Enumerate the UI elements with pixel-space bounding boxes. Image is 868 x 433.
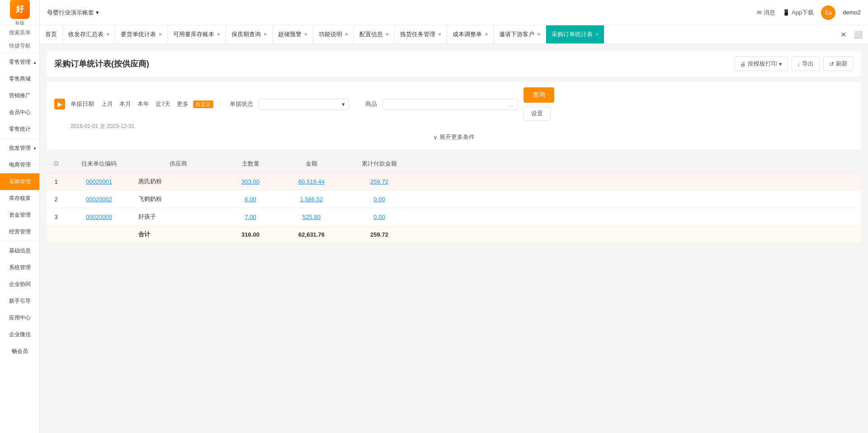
- status-select-arrow: ▾: [342, 101, 345, 108]
- refresh-btn[interactable]: ↺ 刷新: [823, 57, 854, 71]
- sidebar-item-app-center[interactable]: 应用中心: [0, 309, 39, 326]
- print-dropdown-icon[interactable]: ▾: [779, 61, 782, 67]
- shortcut-this-year[interactable]: 本年: [136, 99, 151, 109]
- sidebar-item-basic-info[interactable]: 基础信息: [0, 243, 39, 259]
- row-3-code[interactable]: 00020005: [65, 208, 133, 226]
- restore-window-btn[interactable]: ⬜: [852, 29, 864, 41]
- sidebar-item-operation[interactable]: 经营管理: [0, 224, 39, 240]
- tab-purchase-order-summary-label: 采购订单统计表: [552, 30, 593, 38]
- tab-invite-downstream-label: 邀请下游客户: [499, 30, 534, 38]
- user-avatar[interactable]: Ea: [821, 5, 835, 20]
- divider-2: [0, 138, 39, 139]
- tab-close-available-stock[interactable]: ×: [217, 31, 220, 38]
- close-all-tabs-btn[interactable]: ✕: [839, 29, 848, 41]
- tab-warranty-query[interactable]: 保质期查询 ×: [226, 25, 273, 43]
- refresh-icon: ↺: [829, 61, 834, 67]
- table-header-row: ⚙ 往来单位编码 供应商 主数量 金额: [47, 155, 861, 173]
- tab-config-info[interactable]: 配置信息 ×: [354, 25, 395, 43]
- workspace-selector[interactable]: 母婴行业演示账套 ▾: [47, 9, 99, 17]
- tab-overstock-alert[interactable]: 超储预警 ×: [273, 25, 313, 43]
- row-3-num: 3: [47, 208, 65, 226]
- row-1-amount[interactable]: 60,519.44: [278, 173, 345, 190]
- sidebar-item-wholesale[interactable]: 批发管理: [0, 140, 39, 157]
- sidebar-item-enterprise-wechat[interactable]: 企业微信: [0, 326, 39, 343]
- tab-close-picking-task[interactable]: ×: [438, 31, 441, 38]
- row-3-amount[interactable]: 525.80: [278, 208, 345, 226]
- row-1-paid[interactable]: 259.72: [345, 173, 413, 190]
- sidebar-item-new-guide[interactable]: 新手引导: [0, 293, 39, 309]
- tab-close-cost-adjust[interactable]: ×: [485, 31, 488, 38]
- tab-cost-adjust[interactable]: 成本调整单 ×: [447, 25, 494, 43]
- tab-home[interactable]: 首页: [40, 25, 63, 43]
- tab-close-order-summary[interactable]: ×: [159, 31, 162, 38]
- sidebar-item-system[interactable]: 系统管理: [0, 259, 39, 276]
- app-icon: 📱: [783, 9, 790, 16]
- page-title: 采购订单统计表(按供应商): [54, 58, 149, 69]
- tab-order-summary[interactable]: 要货单统计表 ×: [115, 25, 168, 43]
- tab-warranty-query-label: 保质期查询: [231, 30, 261, 38]
- tab-invite-downstream[interactable]: 邀请下游客户 ×: [494, 25, 546, 43]
- app-download-btn[interactable]: 📱 App下载: [783, 9, 814, 17]
- row-2-qty[interactable]: 6.00: [223, 190, 278, 208]
- workspace-dropdown-icon[interactable]: ▾: [96, 9, 99, 16]
- shortcut-last-month[interactable]: 上月: [99, 99, 115, 109]
- row-2-extra: [413, 190, 861, 208]
- sidebar-item-retail-mall[interactable]: 零售商城: [0, 71, 39, 87]
- goods-more-icon[interactable]: …: [508, 101, 514, 108]
- tab-close-invite-downstream[interactable]: ×: [537, 31, 540, 38]
- tab-close-function-desc[interactable]: ×: [345, 31, 348, 38]
- row-2-paid[interactable]: 0.00: [345, 190, 413, 208]
- workspace-label: 母婴行业演示账套: [47, 9, 94, 17]
- column-settings-icon[interactable]: ⚙: [53, 160, 59, 167]
- expand-more-btn[interactable]: ∨ 展开更多条件: [54, 130, 854, 144]
- goods-input[interactable]: …: [382, 99, 518, 110]
- table-row: 2 00020002 飞鹤奶粉 6.00 1,586.52 0.00: [47, 190, 861, 208]
- row-2-amount[interactable]: 1,586.52: [278, 190, 345, 208]
- tab-close-purchase-order-summary[interactable]: ×: [595, 31, 599, 38]
- sidebar-item-member[interactable]: 会员中心: [0, 104, 39, 121]
- sidebar-item-retail[interactable]: 零售管理: [0, 54, 39, 71]
- shortcut-this-month[interactable]: 本月: [118, 99, 133, 109]
- export-btn[interactable]: ↓ 导出: [792, 57, 820, 71]
- sidebar-item-quick-nav[interactable]: 快捷导航: [0, 40, 39, 52]
- username-label[interactable]: demo2: [843, 9, 861, 16]
- sidebar-item-marketing[interactable]: 营销推广: [0, 87, 39, 104]
- shortcut-7days[interactable]: 近7天: [154, 99, 172, 109]
- tab-picking-task-label: 拣货任务管理: [400, 30, 435, 38]
- sidebar-item-purchase[interactable]: 采购管理: [0, 173, 39, 190]
- row-1-code[interactable]: 00020001: [65, 173, 133, 190]
- shortcut-more[interactable]: 更多: [175, 99, 190, 109]
- message-btn[interactable]: ✉ 消息: [757, 9, 775, 17]
- main-area: 母婴行业演示账套 ▾ ✉ 消息 📱 App下载 Ea demo2 首页 收发存汇…: [40, 0, 868, 433]
- tab-receive-summary-label: 收发存汇总表: [68, 30, 104, 38]
- tab-function-desc[interactable]: 功能说明 ×: [313, 25, 354, 43]
- tab-available-stock[interactable]: 可用量库存账本 ×: [168, 25, 226, 43]
- row-2-code[interactable]: 00020002: [65, 190, 133, 208]
- custom-date-badge[interactable]: 自定义: [193, 100, 213, 108]
- filter-toggle-btn[interactable]: ▶: [54, 99, 65, 109]
- sidebar-item-inventory[interactable]: 库存核算: [0, 190, 39, 207]
- print-icon: 🖨: [740, 61, 746, 67]
- sidebar-item-search[interactable]: 搜索英单: [0, 25, 39, 40]
- print-btn[interactable]: 🖨 按模板打印 ▾: [734, 57, 788, 71]
- row-1-qty[interactable]: 303.00: [223, 173, 278, 190]
- tab-picking-task[interactable]: 拣货任务管理 ×: [395, 25, 447, 43]
- query-btn[interactable]: 查询: [524, 87, 554, 103]
- tab-close-receive-summary[interactable]: ×: [106, 31, 109, 38]
- tab-purchase-order-summary[interactable]: 采购订单统计表 ×: [546, 25, 604, 43]
- sidebar-item-retail-stats[interactable]: 零售统计: [0, 121, 39, 138]
- row-3-qty[interactable]: 7.00: [223, 208, 278, 226]
- sidebar-item-finance[interactable]: 资金管理: [0, 207, 39, 224]
- content-area: 采购订单统计表(按供应商) 🖨 按模板打印 ▾ ↓ 导出 ↺ 刷新: [40, 44, 868, 433]
- tab-close-overstock-alert[interactable]: ×: [304, 31, 307, 38]
- tab-close-warranty-query[interactable]: ×: [264, 31, 267, 38]
- sidebar-item-member-vip[interactable]: 畅会员: [0, 343, 39, 360]
- export-icon: ↓: [797, 61, 801, 67]
- settings-btn[interactable]: 设置: [524, 106, 551, 121]
- sidebar-item-enterprise-collab[interactable]: 企业协同: [0, 276, 39, 293]
- tab-close-config-info[interactable]: ×: [386, 31, 389, 38]
- row-3-paid[interactable]: 0.00: [345, 208, 413, 226]
- sidebar-item-ecommerce[interactable]: 电商管理: [0, 157, 39, 173]
- status-select[interactable]: ▾: [259, 99, 349, 110]
- tab-receive-summary[interactable]: 收发存汇总表 ×: [63, 25, 115, 43]
